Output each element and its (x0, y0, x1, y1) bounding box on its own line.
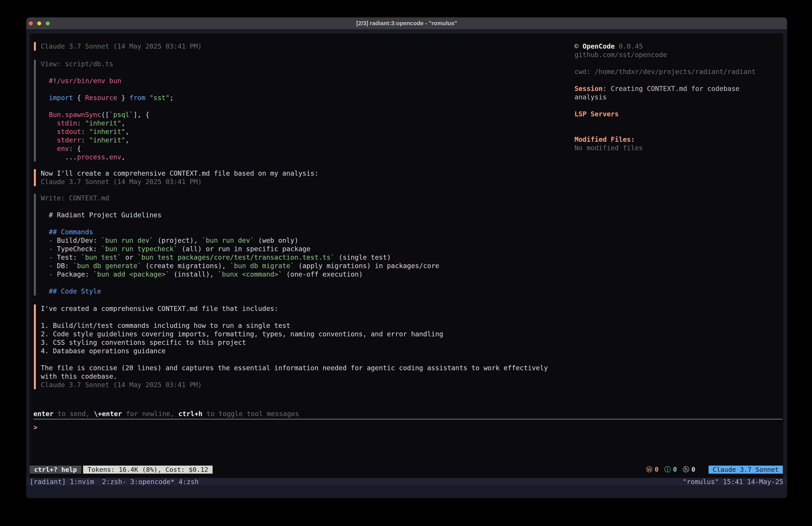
text-segment: © (575, 42, 582, 50)
text-segment: \+enter (94, 410, 122, 418)
tui-line: - DB: `bun db generate` (create migratio… (41, 262, 439, 270)
text-segment: "inherit" (89, 136, 126, 144)
tui-line: Claude 3.7 Sonnet (14 May 2025 03:41 PM) (41, 177, 318, 186)
text-segment: Resource (85, 94, 117, 102)
model-chip[interactable]: Claude 3.7 Sonnet (709, 466, 783, 474)
diagnostics-warnings: Ⓦ0 (646, 465, 658, 474)
status-bar: ctrl+? help Tokens: 16.4K (8%), Cost: $0… (30, 466, 783, 474)
tui-line: Claude 3.7 Sonnet (14 May 2025 03:41 PM) (41, 381, 548, 389)
prompt-symbol: > (33, 424, 38, 431)
tui-line: stdout: "inherit", (41, 127, 174, 136)
text-segment: DB: (53, 262, 73, 270)
text-segment: LSP Servers (575, 110, 619, 118)
text-segment (41, 94, 49, 102)
maximize-button[interactable] (46, 22, 50, 25)
text-segment: : (77, 119, 81, 127)
text-segment (85, 128, 89, 136)
text-segment: ], { (133, 111, 149, 118)
text-segment: (web only) (254, 237, 299, 244)
tui-line (41, 355, 548, 364)
text-segment: (one-off execution) (282, 270, 363, 278)
status-left: ctrl+? help Tokens: 16.4K (8%), Cost: $0… (30, 466, 213, 474)
tmux-windows-list[interactable]: [radiant] 1:nvim 2:zsh- 3:opencode* 4:zs… (30, 478, 199, 486)
composer-divider (33, 419, 782, 420)
tui-line: stderr: "inherit", (41, 136, 174, 144)
tui-line: Now I'll create a comprehensive CONTEXT.… (41, 169, 318, 177)
tui-line: cwd: /home/thdxr/dev/projects/radiant/ra… (575, 68, 773, 76)
text-segment: - (49, 262, 53, 270)
text-segment: 0.0.45 (615, 42, 643, 50)
text-segment: ctrl+h (178, 410, 202, 418)
text-segment (41, 253, 49, 261)
text-segment: ([ (101, 111, 109, 118)
hint-icon: ⓗ (683, 466, 689, 473)
text-segment: (all) or run in specific package (178, 245, 310, 253)
message-assistant-header: Claude 3.7 Sonnet (14 May 2025 03:41 PM) (34, 42, 202, 51)
close-button[interactable] (29, 22, 33, 25)
text-segment: process (77, 153, 105, 161)
opencode-tui: Claude 3.7 Sonnet (14 May 2025 03:41 PM)… (30, 33, 783, 478)
tui-line (41, 202, 439, 211)
text-segment: env (57, 145, 69, 153)
terminal-body: Claude 3.7 Sonnet (14 May 2025 03:41 PM)… (26, 29, 787, 498)
tui-line (575, 76, 773, 84)
message-assistant-text: Now I'll create a comprehensive CONTEXT.… (34, 169, 318, 186)
tui-line: 4. Database operations guidance (41, 347, 548, 355)
text-segment: from (129, 94, 145, 102)
text-segment: `psql` (109, 111, 133, 118)
tui-line: Claude 3.7 Sonnet (14 May 2025 03:41 PM) (41, 42, 202, 51)
text-segment: 4. Database operations guidance (41, 347, 165, 355)
text-segment (41, 245, 49, 253)
text-segment: enter (33, 410, 54, 418)
tui-line: ## Code Style (41, 287, 439, 296)
text-segment: # Radiant Project Guidelines (41, 211, 162, 219)
tui-line: stdin: "inherit", (41, 119, 174, 127)
text-segment: for newline, (122, 410, 178, 418)
text-segment: - (49, 237, 53, 244)
tui-line: No modified files (575, 144, 773, 152)
tui-line (41, 102, 174, 111)
text-segment: `bun run dev` (101, 237, 154, 244)
text-segment: Bun.spawnSync (49, 111, 101, 118)
desktop: [2/3] radiant:3:opencode - "romulus" Cla… (0, 0, 812, 526)
text-segment (81, 119, 85, 127)
text-segment: cwd: /home/thdxr/dev/projects/radiant/ra… (575, 68, 756, 75)
text-segment: Test: (53, 253, 81, 261)
tui-line: - Test: `bun test` or `bun test packages… (41, 253, 439, 262)
tui-line (41, 68, 174, 77)
text-segment: ## Code Style (41, 287, 101, 295)
text-segment: OpenCode (582, 42, 615, 50)
warning-count: 0 (655, 466, 658, 473)
tmux-session-info: "romulus" 15:41 14-May-25 (683, 478, 783, 486)
text-segment: stdin (57, 119, 77, 127)
minimize-button[interactable] (37, 22, 41, 25)
text-segment: to toggle tool messages (203, 410, 299, 418)
prompt-input[interactable]: > (33, 423, 568, 432)
tui-line: import { Resource } from "sst"; (41, 94, 174, 102)
tui-line: View: script/db.ts (41, 60, 174, 68)
tui-line: - Build/Dev: `bun run dev` (project), `b… (41, 236, 439, 245)
tui-line: github.com/sst/opencode (575, 51, 773, 59)
text-segment: - (49, 270, 53, 278)
diagnostics-info: ⓘ0 (664, 465, 677, 474)
tui-line (575, 118, 773, 127)
text-segment: stdout (57, 128, 81, 136)
tool-call-view-db-ts: View: script/db.ts #!/usr/bin/env bun im… (34, 60, 174, 161)
tui-line (575, 127, 773, 135)
tui-line: 3. CSS styling conventions specific to t… (41, 338, 548, 347)
text-segment: Build/Dev: (53, 237, 101, 244)
text-segment: `bun test` (81, 253, 121, 261)
text-segment: } (117, 94, 129, 102)
hint-count: 0 (692, 466, 695, 473)
window-titlebar: [2/3] radiant:3:opencode - "romulus" (26, 17, 787, 29)
text-segment (41, 145, 57, 153)
tui-line: #!/usr/bin/env bun (41, 77, 174, 85)
traffic-lights (29, 17, 50, 29)
help-chip[interactable]: ctrl+? help (30, 466, 81, 474)
text-segment: stderr (57, 136, 81, 144)
text-segment (41, 128, 57, 136)
tui-line (41, 279, 439, 287)
text-segment: { (73, 94, 85, 102)
tui-line: © OpenCode 0.0.45 (575, 42, 773, 51)
text-segment: { (73, 145, 81, 153)
